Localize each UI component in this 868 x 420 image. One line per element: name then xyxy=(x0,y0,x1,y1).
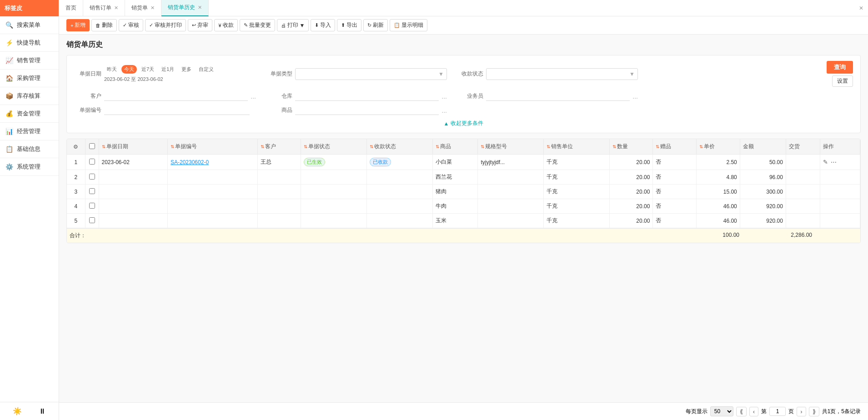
batch-change-button[interactable]: ✎ 批量变更 xyxy=(240,19,275,31)
tab-close-sales-history[interactable]: ✕ xyxy=(198,5,202,10)
cell-doc-status xyxy=(301,214,367,228)
sun-icon[interactable]: ☀️ xyxy=(13,407,22,415)
col-quantity[interactable]: ⇅数量 xyxy=(609,139,653,155)
cell-transaction xyxy=(786,199,820,214)
cell-customer: 王总 xyxy=(257,155,301,170)
audit-print-button[interactable]: ✓ 审核并打印 xyxy=(145,19,186,31)
page-size-select[interactable]: 50 100 xyxy=(710,406,733,416)
col-doc-no[interactable]: ⇅单据编号 xyxy=(168,139,258,155)
query-button[interactable]: 查询 xyxy=(827,61,853,74)
import-button[interactable]: ⬇ 导入 xyxy=(311,19,335,31)
goods-dots[interactable]: ... xyxy=(442,107,447,114)
customer-dots[interactable]: ... xyxy=(251,93,256,100)
sidebar-item-sales-mgmt[interactable]: 📈 销售管理 xyxy=(0,52,59,70)
cell-unit-price: 46.00 xyxy=(697,199,740,214)
select-all-checkbox[interactable] xyxy=(89,143,95,149)
agent-dots[interactable]: ... xyxy=(632,93,638,100)
col-spec[interactable]: ⇅规格型号 xyxy=(478,139,544,155)
receive-button[interactable]: ¥ 收款 xyxy=(214,19,237,31)
cell-transaction xyxy=(786,185,820,199)
cell-unit: 千克 xyxy=(544,214,610,228)
cell-customer xyxy=(257,185,301,199)
shortcut-yesterday[interactable]: 昨天 xyxy=(104,65,120,74)
sidebar-item-system-mgmt[interactable]: ⚙️ 系统管理 xyxy=(0,158,59,176)
tab-sales-history[interactable]: 销货单历史 ✕ xyxy=(161,0,209,16)
warehouse-input[interactable] xyxy=(295,91,439,101)
col-config[interactable]: ⚙ xyxy=(67,139,85,155)
prev-page-btn[interactable]: ‹ xyxy=(749,407,758,416)
col-gift[interactable]: ⇅赠品 xyxy=(653,139,697,155)
delete-button[interactable]: 🗑 删除 xyxy=(91,19,117,31)
shortcut-more[interactable]: 更多 xyxy=(179,65,194,74)
date-field: 单据日期 昨天 今天 近7天 近1月 更多 自定义 2023-06-02 至 2… xyxy=(74,65,256,83)
col-customer[interactable]: ⇅客户 xyxy=(257,139,301,155)
first-page-btn[interactable]: ⟪ xyxy=(736,407,747,416)
close-all-tabs[interactable]: ✕ xyxy=(854,5,868,11)
abandon-button[interactable]: ↩ 弃审 xyxy=(188,19,212,31)
pause-icon[interactable]: ⏸ xyxy=(39,407,46,415)
cell-actions xyxy=(820,199,860,214)
doc-type-input[interactable] xyxy=(298,70,438,79)
tab-sales-order[interactable]: 销售订单 ✕ xyxy=(83,0,125,16)
add-button[interactable]: + 新增 xyxy=(66,19,90,31)
sidebar-item-quick-nav[interactable]: ⚡ 快捷导航 xyxy=(0,34,59,52)
shortcut-1month[interactable]: 近1月 xyxy=(159,65,177,74)
col-unit-price[interactable]: ⇅单价 xyxy=(697,139,740,155)
col-doc-status[interactable]: ⇅单据状态 xyxy=(301,139,367,155)
col-unit[interactable]: ⇅销售单位 xyxy=(544,139,610,155)
export-button[interactable]: ⬆ 导出 xyxy=(337,19,361,31)
shortcut-custom[interactable]: 自定义 xyxy=(196,65,216,74)
edit-action[interactable]: ✎ xyxy=(823,159,828,165)
doc-no-link[interactable]: SA-20230602-0 xyxy=(171,159,209,165)
next-page-btn[interactable]: › xyxy=(797,407,806,416)
sidebar-item-search-menu[interactable]: 🔍 搜索菜单 xyxy=(0,16,59,34)
shortcut-today[interactable]: 今天 xyxy=(121,65,137,74)
box-icon: 📦 xyxy=(5,92,13,100)
col-goods[interactable]: ⇅商品 xyxy=(432,139,478,155)
cell-payment-status xyxy=(367,214,433,228)
last-page-btn[interactable]: ⟫ xyxy=(809,407,819,416)
col-doc-date[interactable]: ⇅单据日期 xyxy=(99,139,168,155)
agent-input[interactable] xyxy=(486,91,630,101)
col-payment-status[interactable]: ⇅收款状态 xyxy=(367,139,433,155)
sidebar-item-base-info[interactable]: 📋 基础信息 xyxy=(0,140,59,158)
row-checkbox[interactable] xyxy=(89,217,95,223)
tab-home[interactable]: 首页 xyxy=(59,0,83,16)
print-button[interactable]: 🖨 打印 ▼ xyxy=(277,19,309,31)
sort-icon: ⇅ xyxy=(261,144,264,149)
show-detail-button[interactable]: 📋 显示明细 xyxy=(390,19,427,31)
cell-actions xyxy=(820,170,860,185)
sort-icon: ⇅ xyxy=(436,144,439,149)
settings-button[interactable]: 设置 xyxy=(832,75,853,87)
page-number-input[interactable] xyxy=(769,407,786,416)
tab-sales-goods[interactable]: 销货单 ✕ xyxy=(125,0,161,16)
delete-icon: 🗑 xyxy=(95,23,100,28)
goods-input[interactable] xyxy=(295,105,439,115)
refresh-button[interactable]: ↻ 刷新 xyxy=(363,19,388,31)
doc-type-dropdown-icon[interactable]: ▼ xyxy=(438,71,444,77)
tab-close-sales-goods[interactable]: ✕ xyxy=(151,5,155,11)
shortcut-7days[interactable]: 近7天 xyxy=(139,65,157,74)
sidebar-item-finance[interactable]: 💰 资金管理 xyxy=(0,105,59,123)
collapse-btn[interactable]: ▲ 收起更多条件 xyxy=(74,120,853,127)
row-checkbox[interactable] xyxy=(89,203,95,209)
cell-doc-status: 已生效 xyxy=(301,155,367,170)
sidebar-item-label: 基础信息 xyxy=(17,145,40,153)
tab-close-sales-order[interactable]: ✕ xyxy=(114,5,118,11)
sidebar-item-purchase-mgmt[interactable]: 🏠 采购管理 xyxy=(0,70,59,87)
row-checkbox[interactable] xyxy=(89,174,95,180)
docno-input[interactable] xyxy=(104,105,250,115)
payment-status-input[interactable] xyxy=(489,70,629,79)
batch-change-icon: ✎ xyxy=(244,22,248,28)
sidebar-item-operations[interactable]: 📊 经营管理 xyxy=(0,123,59,140)
row-checkbox[interactable] xyxy=(89,188,95,194)
date-label: 单据日期 xyxy=(74,70,101,78)
row-checkbox[interactable] xyxy=(89,159,95,165)
sidebar-item-inventory[interactable]: 📦 库存核算 xyxy=(0,87,59,105)
more-action[interactable]: ⋯ xyxy=(831,159,837,165)
audit-button[interactable]: ✓ 审核 xyxy=(119,19,143,31)
payment-status-dropdown-icon[interactable]: ▼ xyxy=(629,71,635,77)
warehouse-dots[interactable]: ... xyxy=(442,93,447,100)
cell-actions: ✎⋯ xyxy=(820,155,860,170)
customer-input[interactable] xyxy=(104,91,248,101)
